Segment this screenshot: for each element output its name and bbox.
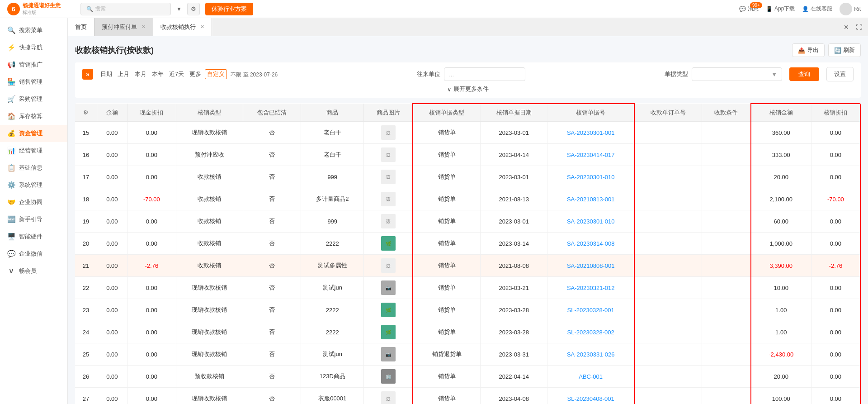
cell-row-no: 15 (75, 122, 97, 144)
sidebar-item-vip[interactable]: V 畅会员 (0, 262, 67, 280)
date-7days[interactable]: 近7天 (167, 69, 186, 79)
page-header: 收款核销执行(按收款) 📤 导出 🔄 刷新 (75, 43, 861, 57)
export-btn[interactable]: 📤 导出 (792, 43, 825, 57)
partner-input[interactable]: ... (444, 67, 525, 81)
sidebar-item-marketing[interactable]: 📢 营销推广 (0, 56, 67, 73)
sidebar-item-inventory[interactable]: 🏠 库存核算 (0, 108, 67, 125)
tab-home[interactable]: 首页 (68, 18, 94, 36)
sidebar-item-system[interactable]: ⚙️ 系统管理 (0, 176, 67, 194)
cell-product-img: 🖼 (364, 388, 413, 404)
sidebar-item-wechat[interactable]: 💬 企业微信 (0, 245, 67, 262)
industry-solution-btn[interactable]: 休验行业方案 (205, 3, 253, 15)
search-icon: 🔍 (86, 6, 93, 12)
cell-collection-condition (702, 144, 751, 166)
cell-balance: 0.00 (97, 388, 127, 404)
setting-btn[interactable]: 设置 (826, 67, 854, 81)
sidebar-item-base[interactable]: 📋 基础信息 (0, 159, 67, 176)
user-area[interactable]: Rit (840, 3, 861, 15)
cell-verify-doc-no: SA-20230331-026 (547, 343, 634, 366)
sidebar-item-capital[interactable]: 💰 资金管理 (0, 125, 67, 142)
cell-verify-discount: 0.00 (811, 277, 860, 299)
cell-verify-amount: 20.00 (751, 366, 811, 388)
col-balance: 余额 (97, 104, 127, 122)
cell-product: 老白干 (301, 144, 364, 166)
main-area: 首页 预付冲应付单 ✕ 收款核销执行 ✕ ✕ ⛶ 收款核销执行(按收款) (68, 18, 868, 404)
sidebar-label-operation: 经营管理 (19, 147, 42, 155)
sidebar-item-search-menu[interactable]: 🔍 搜索菜单 (0, 22, 67, 39)
cell-include-settled: 否 (243, 255, 301, 277)
search-box[interactable]: 🔍 搜索 (80, 3, 171, 15)
sidebar-item-quick-nav[interactable]: ⚡ 快捷导航 (0, 39, 67, 56)
tab-prepay[interactable]: 预付冲应付单 ✕ (94, 18, 153, 36)
sidebar-label-sales: 销售管理 (19, 78, 42, 86)
tab-close-all-btn[interactable]: ✕ (841, 22, 852, 33)
quick-nav-icon: ⚡ (7, 43, 15, 52)
tab-collection-close[interactable]: ✕ (200, 24, 204, 30)
refresh-btn[interactable]: 🔄 刷新 (828, 43, 861, 57)
filter-row: » 日期 上月 本月 本年 近7天 更多 自定义 不限 至 (82, 67, 854, 81)
partner-filter-group: 往来单位 ... (417, 67, 525, 81)
cell-cash-discount: 0.00 (127, 122, 176, 144)
verify-doc-link[interactable]: ABC-001 (579, 373, 603, 380)
table-row: 15 0.00 0.00 现销收款核销 否 老白干 🖼 销货单 2023-03-… (75, 122, 860, 144)
verify-doc-link[interactable]: SL-20230408-001 (567, 395, 614, 402)
cell-product: 2222 (301, 321, 364, 343)
verify-doc-link[interactable]: SA-20210808-001 (567, 262, 615, 269)
expand-more-btn[interactable]: ∨ 展开更多条件 (82, 85, 854, 93)
sidebar-item-hardware[interactable]: 🖥️ 智能硬件 (0, 228, 67, 245)
sidebar-item-enterprise[interactable]: 🤝 企业协同 (0, 194, 67, 211)
date-custom[interactable]: 自定义 (205, 69, 227, 79)
app-download-label: App下载 (774, 5, 795, 13)
verify-doc-link[interactable]: SA-20210813-001 (567, 196, 615, 203)
expand-icon: » (86, 71, 90, 78)
filter-expand-btn[interactable]: » (82, 69, 93, 80)
cell-balance: 0.00 (97, 166, 127, 188)
cell-collection-condition (702, 321, 751, 343)
message-icon: 💬 (739, 6, 746, 12)
verify-doc-link[interactable]: SL-20230328-001 (567, 307, 614, 314)
top-bar: 6 畅捷通谱好生意 标准版 🔍 搜索 ▼ ⚙ 休验行业方案 💬 消息 99+ 📱… (0, 0, 868, 18)
cell-verify-discount: 0.00 (811, 388, 860, 404)
date-this-month[interactable]: 本月 (133, 69, 148, 79)
col-gear[interactable]: ⚙ (75, 104, 97, 122)
sidebar-item-guide[interactable]: 🆕 新手引导 (0, 211, 67, 228)
search-dropdown-btn[interactable]: ▼ (176, 6, 182, 12)
sidebar-label-system: 系统管理 (19, 181, 42, 189)
cell-verify-discount: 0.00 (811, 299, 860, 321)
partner-ellipsis: ... (449, 71, 454, 78)
date-more[interactable]: 更多 (188, 69, 203, 79)
date-last-month[interactable]: 上月 (116, 69, 131, 79)
tab-prepay-close[interactable]: ✕ (142, 24, 146, 30)
tab-collection[interactable]: 收款核销执行 ✕ (153, 18, 212, 36)
export-icon: 📤 (798, 47, 805, 54)
doc-type-select[interactable]: ▼ (692, 67, 782, 81)
cell-cash-discount: 0.00 (127, 321, 176, 343)
verify-doc-link[interactable]: SA-20230314-008 (567, 240, 615, 247)
verify-doc-link[interactable]: SA-20230321-012 (567, 285, 615, 291)
app-download-btn[interactable]: 📱 App下载 (766, 5, 795, 13)
cell-row-no: 23 (75, 299, 97, 321)
messages-btn[interactable]: 💬 消息 99+ (739, 5, 759, 13)
cell-product: 2222 (301, 233, 364, 255)
cell-verify-amount: -2,430.00 (751, 343, 811, 366)
cell-verify-discount: 0.00 (811, 343, 860, 366)
verify-doc-link[interactable]: SA-20230331-026 (567, 351, 615, 358)
verify-doc-link[interactable]: SA-20230301-001 (567, 129, 615, 136)
verify-doc-link[interactable]: SL-20230328-002 (567, 329, 614, 336)
online-service-btn[interactable]: 👤 在线客服 (802, 5, 832, 13)
settings-gear-btn[interactable]: ⚙ (187, 3, 200, 15)
sidebar-item-operation[interactable]: 📊 经营管理 (0, 142, 67, 159)
tab-expand-btn[interactable]: ⛶ (854, 22, 864, 33)
date-this-year[interactable]: 本年 (150, 69, 165, 79)
col-collection-condition: 收款条件 (702, 104, 751, 122)
cell-verify-discount: 0.00 (811, 144, 860, 166)
verify-doc-link[interactable]: SA-20230301-010 (567, 174, 615, 181)
verify-doc-link[interactable]: SA-20230301-010 (567, 218, 615, 225)
cell-collection-order-no (634, 343, 702, 366)
cell-verify-doc-type: 销货退货单 (413, 343, 480, 366)
sidebar-item-sales[interactable]: 🏪 销售管理 (0, 73, 67, 90)
cell-row-no: 17 (75, 166, 97, 188)
verify-doc-link[interactable]: SA-20230414-017 (567, 152, 615, 158)
query-btn[interactable]: 查询 (789, 67, 819, 81)
sidebar-item-purchase[interactable]: 🛒 采购管理 (0, 90, 67, 108)
